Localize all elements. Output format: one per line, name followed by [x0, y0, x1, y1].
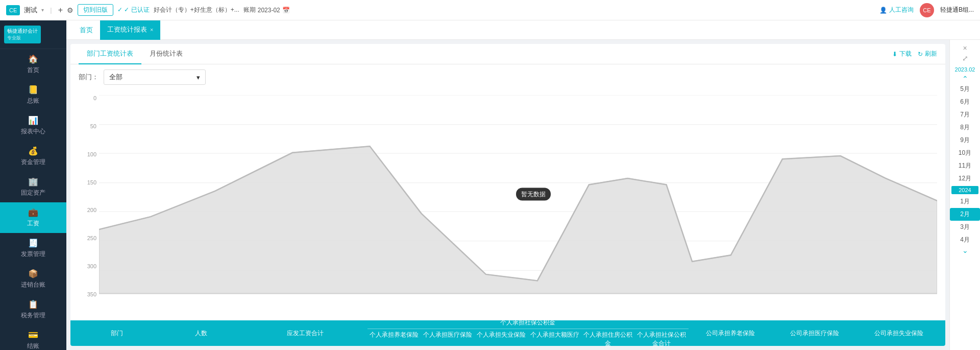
chart-container: 350 300 250 200 150 100 50 0 [79, 95, 937, 315]
th-housing-fund: 个人承担住房公积金 [581, 331, 635, 346]
settle-icon: 💳 [28, 330, 38, 340]
right-panel-close-btn[interactable]: × [963, 44, 967, 52]
calendar-icon[interactable]: 📅 [282, 7, 290, 14]
month-item-4[interactable]: 4月 [950, 234, 980, 246]
th-dept: 部门 [75, 329, 159, 338]
sub-tab-month[interactable]: 月份统计表 [141, 44, 191, 64]
y-label-200: 200 [79, 207, 96, 213]
header-left: CE 测试 ▾ | + ⚙ 切到旧版 ✓ ✓ 已认证 好会计（专）+好生意（标）… [6, 4, 879, 16]
main-panel: 部门工资统计表 月份统计表 ⬇ 下载 ↻ 刷新 [70, 44, 945, 346]
content-area: 首页 工资统计报表 × 部门工资统计表 月份统计表 [66, 20, 980, 350]
sidebar-item-salary[interactable]: 💼 工资 [0, 202, 66, 233]
sidebar-item-trade[interactable]: 📦 进销台账 [0, 264, 66, 294]
sidebar-item-settle[interactable]: 💳 结账 [0, 325, 66, 350]
y-label-150: 150 [79, 179, 96, 185]
month-item-10[interactable]: 10月 [950, 147, 980, 159]
tab-close-icon[interactable]: × [150, 27, 153, 33]
sidebar-logo: 畅捷通好会计 专业版 [0, 20, 66, 49]
sidebar-label-assets: 固定资产 [21, 189, 45, 197]
service-icon: 👤 [879, 7, 887, 14]
sidebar-label-ledger: 总账 [27, 97, 39, 105]
user-avatar[interactable]: CE [920, 3, 934, 17]
th-group-cells: 个人承担养老保险 个人承担医疗保险 个人承担失业保险 个人承担大额医疗 [368, 331, 689, 346]
th-company-medical: 公司承担医疗保险 [773, 329, 857, 338]
th-pension: 个人承担养老保险 [368, 331, 421, 346]
th-company-pension: 公司承担养老保险 [689, 329, 773, 338]
month-item-2-active[interactable]: 2月 [950, 208, 980, 221]
header-right: 👤 人工咨询 CE 轻捷通B组... [879, 3, 974, 17]
y-label-0: 0 [79, 95, 96, 101]
sidebar-item-tax[interactable]: 📋 税务管理 [0, 294, 66, 325]
sidebar-item-ledger[interactable]: 📒 总账 [0, 80, 66, 110]
company-dropdown-icon[interactable]: ▾ [41, 7, 44, 13]
y-label-300: 300 [79, 263, 96, 269]
sidebar-item-home[interactable]: 🏠 首页 [0, 49, 66, 80]
th-major-medical: 个人承担大额医疗 [528, 331, 581, 346]
month-item-11[interactable]: 11月 [950, 159, 980, 172]
month-item-9[interactable]: 9月 [950, 134, 980, 147]
sidebar-item-assets[interactable]: 🏢 固定资产 [0, 172, 66, 202]
certified-badge: ✓ ✓ 已认证 [117, 6, 150, 14]
sidebar-label-salary: 工资 [27, 219, 39, 228]
finance-icon: 💰 [28, 146, 38, 156]
switch-btn[interactable]: 切到旧版 [78, 4, 113, 16]
settings-icon[interactable]: ⚙ [67, 6, 74, 14]
period-label: 账期 [243, 6, 256, 14]
th-personal-total: 个人承担社保公积金合计 [635, 331, 689, 346]
sidebar-item-invoice[interactable]: 🧾 发票管理 [0, 233, 66, 264]
y-label-350: 350 [79, 291, 96, 297]
th-salary: 应发工资合计 [243, 329, 368, 338]
sidebar-item-finance[interactable]: 💰 资金管理 [0, 141, 66, 172]
main-layout: 畅捷通好会计 专业版 🏠 首页 📒 总账 📊 报表中心 💰 资金管理 🏢 固定资… [0, 20, 980, 350]
home-icon: 🏠 [28, 54, 38, 64]
right-panel-expand-btn[interactable]: ⤢ [962, 54, 968, 62]
month-scroll-up-btn[interactable]: ⌃ [962, 75, 968, 83]
tab-home[interactable]: 首页 [72, 26, 100, 35]
assets-icon: 🏢 [28, 177, 38, 186]
sidebar: 畅捷通好会计 专业版 🏠 首页 📒 总账 📊 报表中心 💰 资金管理 🏢 固定资… [0, 20, 66, 350]
add-icon[interactable]: + [58, 6, 63, 15]
department-select[interactable]: 全部 ▾ [104, 69, 206, 85]
sidebar-label-finance: 资金管理 [21, 158, 45, 167]
sub-tab-dept[interactable]: 部门工资统计表 [79, 44, 141, 64]
th-unemployment: 个人承担失业保险 [475, 331, 528, 346]
tab-salary-report[interactable]: 工资统计报表 × [100, 20, 160, 40]
th-group-personal: 个人承担社保公积金 个人承担养老保险 个人承担医疗保险 个人承担失业保险 [368, 318, 689, 346]
sidebar-label-tax: 税务管理 [21, 311, 45, 320]
month-item-6[interactable]: 6月 [950, 96, 980, 108]
chart-svg [99, 95, 937, 300]
month-item-12[interactable]: 12月 [950, 172, 980, 185]
chart-svg-wrapper [99, 95, 937, 300]
th-medical: 个人承担医疗保险 [421, 331, 475, 346]
company-name: 测试 [24, 6, 37, 15]
year-divider-2024: 2024 [951, 186, 978, 194]
chart-area: 350 300 250 200 150 100 50 0 [70, 90, 945, 320]
sidebar-label-invoice: 发票管理 [21, 250, 45, 259]
month-item-3[interactable]: 3月 [950, 221, 980, 234]
refresh-icon: ↻ [918, 51, 923, 58]
month-item-8[interactable]: 8月 [950, 121, 980, 134]
report-icon: 📊 [28, 115, 38, 125]
app-logo: CE [6, 5, 20, 15]
refresh-btn[interactable]: ↻ 刷新 [918, 50, 937, 58]
sub-tabs: 部门工资统计表 月份统计表 ⬇ 下载 ↻ 刷新 [70, 44, 945, 64]
month-item-7[interactable]: 7月 [950, 108, 980, 121]
table-header: 部门 人数 应发工资合计 个人承担社保公积金 个人承担养老保险 [70, 320, 945, 346]
service-btn[interactable]: 👤 人工咨询 [879, 6, 914, 14]
month-item-5[interactable]: 5月 [950, 83, 980, 96]
th-people: 人数 [159, 329, 243, 338]
filter-bar: 部门： 全部 ▾ [70, 64, 945, 90]
top-header: CE 测试 ▾ | + ⚙ 切到旧版 ✓ ✓ 已认证 好会计（专）+好生意（标）… [0, 0, 980, 20]
month-scroll-down-btn[interactable]: ⌄ [962, 246, 968, 254]
y-label-250: 250 [79, 235, 96, 241]
download-btn[interactable]: ⬇ 下载 [892, 50, 912, 58]
sidebar-label-report: 报表中心 [21, 127, 45, 136]
ledger-icon: 📒 [28, 85, 38, 95]
y-label-50: 50 [79, 123, 96, 129]
page-content: 部门工资统计表 月份统计表 ⬇ 下载 ↻ 刷新 [66, 40, 980, 350]
account-type: 好会计（专）+好生意（标）+... [154, 6, 239, 14]
y-axis: 350 300 250 200 150 100 50 0 [79, 95, 96, 300]
user-name: 轻捷通B组... [940, 6, 974, 14]
sidebar-item-report[interactable]: 📊 报表中心 [0, 110, 66, 141]
month-item-1[interactable]: 1月 [950, 195, 980, 208]
